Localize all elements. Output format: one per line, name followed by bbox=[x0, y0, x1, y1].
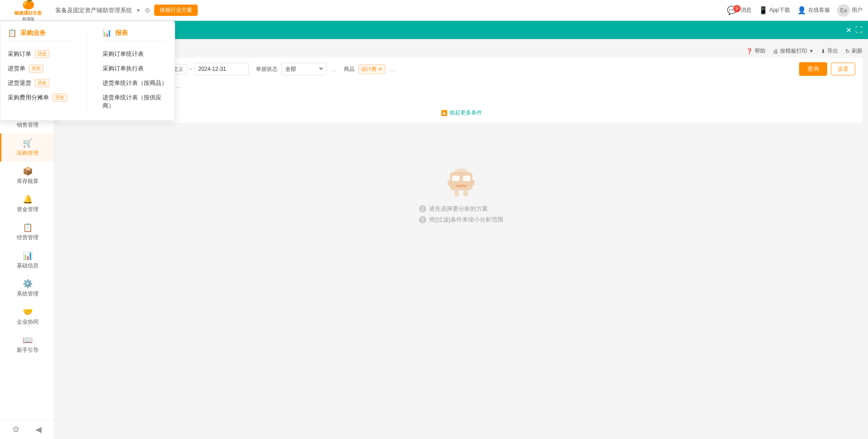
doc-status-label: 单据状态 bbox=[256, 65, 278, 73]
empty-text: 1 请先选择要分析的方案 2 用[过滤]条件来缩小分析范围 bbox=[419, 205, 503, 224]
filter-row-3: 客户 … bbox=[67, 96, 855, 104]
filter-doc-status-group: 单据状态 全部 … bbox=[256, 63, 336, 75]
purchase-inbound-history-tag: 历史 bbox=[29, 64, 44, 73]
svg-rect-7 bbox=[463, 190, 468, 197]
purchase-inbound-item[interactable]: 进货单 历史 bbox=[8, 61, 73, 76]
query-button[interactable]: 查询 bbox=[799, 62, 827, 76]
report-inbound-goods-item[interactable]: 进货单统计表（按商品） bbox=[102, 76, 168, 90]
purchase-expense-item[interactable]: 采购费用分摊单 历史 bbox=[8, 90, 73, 105]
sidebar-item-inventory[interactable]: 📦 库存核算 bbox=[0, 162, 54, 190]
filter-bar: 日期 今天 昨天 近7天 更多 自定义 ~ 单据状态 bbox=[60, 58, 863, 123]
purchase-col: 📋 采购业务 采购订单 历史 进货单 历史 进货退货 历史 采购费用分摊单 历史 bbox=[8, 29, 73, 113]
industry-btn[interactable]: 体验行业方案 bbox=[154, 5, 198, 16]
online-service-label: 在线客服 bbox=[808, 6, 830, 14]
print-label: 按模板打印 bbox=[780, 47, 807, 55]
report-col-title-text: 报表 bbox=[115, 29, 128, 37]
sidebar-item-system[interactable]: ⚙️ 系统管理 bbox=[0, 274, 54, 302]
system-title: 装备及固定资产辅助管理系统 bbox=[55, 6, 132, 15]
empty-state: 1 请先选择要分析的方案 2 用[过滤]条件来缩小分析范围 bbox=[60, 127, 863, 260]
print-arrow-icon: ▼ bbox=[809, 49, 814, 54]
sidebar-bottom: ⚙ ◀ bbox=[0, 419, 54, 439]
filter-goods-group: 商品 设计费 ✕ … bbox=[344, 64, 395, 74]
settings-icon[interactable]: ⚙ bbox=[145, 7, 151, 14]
tab-expand-icon[interactable]: ⛶ bbox=[855, 26, 863, 34]
svg-rect-3 bbox=[456, 185, 467, 187]
svg-rect-1 bbox=[452, 176, 459, 181]
set-button[interactable]: 设置 bbox=[831, 63, 855, 75]
toolbar: ❓ 帮助 🖨 按模板打印 ▼ ⬇ 导出 ↻ 刷新 bbox=[60, 44, 863, 58]
inventory-icon: 📦 bbox=[23, 166, 33, 176]
user-label: 用户 bbox=[852, 6, 863, 14]
system-icon: ⚙️ bbox=[23, 279, 33, 289]
tab-close-all-icon[interactable]: ✕ bbox=[846, 26, 852, 35]
purchase-dropdown-menu: 📋 采购业务 采购订单 历史 进货单 历史 进货退货 历史 采购费用分摊单 历史… bbox=[0, 21, 175, 121]
goods-tag-remove[interactable]: ✕ bbox=[378, 66, 382, 72]
print-template-button[interactable]: 🖨 按模板打印 ▼ bbox=[773, 47, 814, 55]
finance-icon: 🔔 bbox=[23, 194, 33, 204]
sidebar-settings-icon[interactable]: ⚙ bbox=[12, 424, 20, 434]
purchase-inbound-label: 进货单 bbox=[8, 64, 25, 73]
help-button[interactable]: ❓ 帮助 bbox=[746, 47, 766, 55]
export-label: 导出 bbox=[827, 47, 838, 55]
empty-line2: 用[过滤]条件来缩小分析范围 bbox=[429, 216, 503, 224]
empty-num2: 2 bbox=[419, 216, 426, 223]
export-icon: ⬇ bbox=[821, 48, 825, 54]
purchase-col-icon: 📋 bbox=[8, 29, 17, 37]
collapse-up-icon: 🔼 bbox=[441, 110, 448, 116]
sidebar-label-basic-info: 基础信息 bbox=[17, 262, 39, 270]
purchase-return-label: 进货退货 bbox=[8, 79, 31, 87]
sidebar-item-purchase[interactable]: 🛒 采购管理 bbox=[0, 133, 54, 162]
goods-tag: 设计费 ✕ bbox=[358, 64, 385, 74]
sidebar-item-operation[interactable]: 📋 经营管理 bbox=[0, 218, 54, 246]
refresh-icon: ↻ bbox=[845, 48, 850, 54]
sidebar-collapse-icon[interactable]: ◀ bbox=[35, 424, 42, 434]
topbar: 🍊 畅捷通好生意 标准版 装备及固定资产辅助管理系统 ▼ ⚙ 体验行业方案 💬 … bbox=[0, 0, 868, 21]
report-col-icon: 📊 bbox=[102, 29, 112, 37]
svg-rect-5 bbox=[471, 180, 475, 186]
sidebar-label-purchase: 采购管理 bbox=[17, 149, 39, 157]
collapse-row[interactable]: 🔼 收起更多条件 bbox=[67, 107, 855, 118]
dropdown-arrow-icon[interactable]: ▼ bbox=[136, 7, 141, 14]
sidebar-item-enterprise[interactable]: 🤝 企业协同 bbox=[0, 302, 54, 330]
sidebar-item-basic-info[interactable]: 📊 基础信息 bbox=[0, 246, 54, 274]
sidebar-item-finance[interactable]: 🔔 资金管理 bbox=[0, 190, 54, 218]
online-service-item[interactable]: 👤 在线客服 bbox=[797, 6, 830, 15]
report-purchase-stat-item[interactable]: 采购订单统计表 bbox=[102, 47, 168, 61]
mobile-icon: 📱 bbox=[759, 6, 768, 15]
export-button[interactable]: ⬇ 导出 bbox=[821, 47, 838, 55]
filter-row-2: 排名项目 金额 … 业务员 … bbox=[67, 79, 855, 92]
sidebar-label-finance: 资金管理 bbox=[17, 206, 39, 213]
sidebar-label-operation: 经营管理 bbox=[17, 234, 39, 242]
salesman-dots[interactable]: … bbox=[175, 82, 181, 89]
purchase-return-item[interactable]: 进货退货 历史 bbox=[8, 76, 73, 90]
purchase-col-title-text: 采购业务 bbox=[20, 29, 46, 37]
sidebar-label-system: 系统管理 bbox=[17, 290, 39, 298]
help-label: 帮助 bbox=[755, 47, 766, 55]
notification-label: 消息 bbox=[741, 6, 751, 14]
content-area: 首页 销售排行榜 ✕ ✕ ⛶ ❓ 帮助 🖨 按模板打印 bbox=[54, 21, 868, 439]
report-inbound-supplier-label: 进货单统计表（按供应商） bbox=[102, 94, 168, 110]
refresh-button[interactable]: ↻ 刷新 bbox=[845, 47, 863, 55]
report-purchase-exec-item[interactable]: 采购订单执行表 bbox=[102, 61, 168, 76]
report-inbound-supplier-item[interactable]: 进货单统计表（按供应商） bbox=[102, 90, 168, 113]
doc-status-dots[interactable]: … bbox=[330, 65, 336, 73]
purchase-expense-history-tag: 历史 bbox=[53, 94, 67, 102]
report-col-title: 📊 报表 bbox=[102, 29, 168, 41]
sidebar-item-guide[interactable]: 📖 新手引导 bbox=[0, 330, 54, 359]
print-icon: 🖨 bbox=[773, 48, 778, 54]
app-download-item[interactable]: 📱 App下载 bbox=[759, 6, 790, 15]
goods-dots[interactable]: … bbox=[389, 65, 395, 73]
empty-num1: 1 bbox=[419, 205, 426, 212]
operation-icon: 📋 bbox=[23, 222, 33, 232]
avatar: Ea bbox=[837, 4, 850, 17]
help-icon: ❓ bbox=[746, 48, 753, 54]
date-end-input[interactable] bbox=[194, 63, 249, 75]
filter-actions: 查询 设置 bbox=[799, 62, 855, 76]
report-purchase-exec-label: 采购订单执行表 bbox=[102, 64, 144, 73]
user-item[interactable]: Ea 用户 bbox=[837, 4, 863, 17]
purchase-order-item[interactable]: 采购订单 历史 bbox=[8, 47, 73, 61]
dropdown-divider bbox=[88, 29, 88, 113]
notification-item[interactable]: 💬 9 消息 bbox=[727, 5, 751, 15]
doc-status-select[interactable]: 全部 bbox=[281, 63, 327, 75]
sidebar-label-inventory: 库存核算 bbox=[17, 178, 39, 185]
